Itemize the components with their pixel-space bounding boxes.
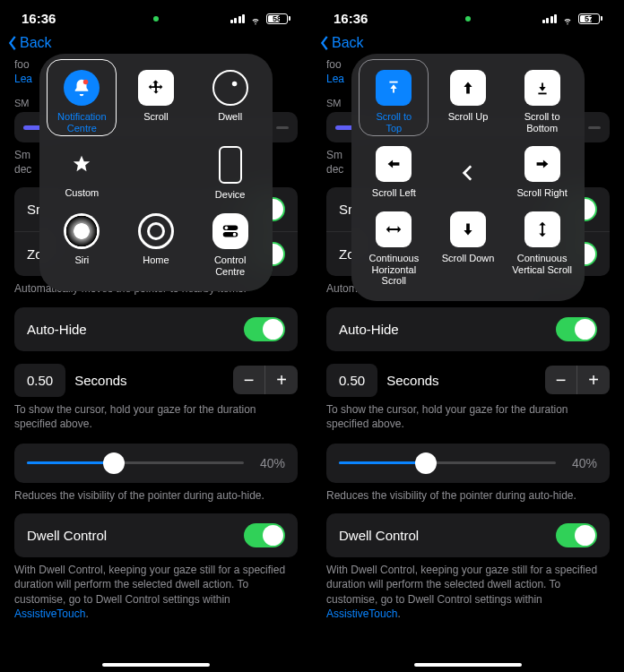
- custom-icon: [64, 146, 100, 182]
- assistivetouch-menu: NotificationCentre Scroll Dwell Custom: [39, 54, 273, 291]
- notification-centre-icon: [64, 70, 100, 106]
- stepper-minus-button[interactable]: −: [233, 366, 265, 394]
- back-label: Back: [332, 35, 364, 51]
- duration-desc: To show the cursor, hold your gaze for t…: [326, 402, 610, 431]
- continuous-horizontal-scroll-icon: [376, 211, 412, 247]
- dwell-desc: With Dwell Control, keeping your gaze st…: [14, 563, 298, 621]
- phone-left: 16:36 58 Back foo Lea SM Smdec Sn: [0, 0, 312, 672]
- dwell-toggle[interactable]: [244, 523, 285, 547]
- svg-point-3: [224, 226, 228, 229]
- menu-item-scroll-right[interactable]: Scroll Right: [507, 146, 577, 199]
- home-icon: [138, 213, 174, 249]
- menu-item-scroll-up[interactable]: Scroll Up: [433, 70, 504, 134]
- status-time: 16:36: [22, 11, 111, 26]
- siri-icon: [64, 213, 100, 249]
- device-icon: [219, 146, 242, 184]
- menu-item-home[interactable]: Home: [121, 213, 192, 277]
- assistivetouch-link[interactable]: AssistiveTouch: [14, 607, 85, 620]
- auto-hide-toggle[interactable]: [556, 317, 597, 341]
- menu-item-continuous-vertical-scroll[interactable]: ContinuousVertical Scroll: [507, 211, 577, 287]
- menu-item-scroll-left[interactable]: Scroll Left: [359, 146, 429, 199]
- menu-label: Scroll Down: [442, 253, 495, 264]
- scroll-down-icon: [450, 211, 486, 247]
- svg-point-1: [231, 82, 237, 87]
- dwell-desc: With Dwell Control, keeping your gaze st…: [326, 563, 610, 621]
- menu-item-scroll-down[interactable]: Scroll Down: [433, 211, 504, 287]
- auto-hide-row[interactable]: Auto-Hide: [326, 307, 610, 351]
- opacity-value: 40%: [567, 456, 597, 470]
- stepper-plus-button[interactable]: +: [577, 366, 610, 394]
- opacity-slider[interactable]: [27, 461, 244, 464]
- menu-label: Scroll Up: [448, 111, 489, 123]
- duration-value: 0.50: [14, 364, 65, 397]
- menu-item-device[interactable]: Device: [195, 146, 265, 201]
- stepper-plus-button[interactable]: +: [265, 366, 298, 394]
- menu-item-siri[interactable]: Siri: [47, 213, 117, 277]
- dwell-label: Dwell Control: [27, 528, 107, 543]
- menu-label: Scroll toTop: [376, 111, 412, 134]
- home-indicator[interactable]: [102, 663, 210, 667]
- dwell-icon: [212, 70, 248, 106]
- menu-item-control-centre[interactable]: ControlCentre: [195, 213, 265, 277]
- recording-indicator-icon: [465, 16, 471, 22]
- cellular-icon: [230, 14, 246, 23]
- menu-label: Siri: [74, 254, 89, 266]
- menu-item-dwell[interactable]: Dwell: [195, 70, 265, 134]
- wifi-icon: [560, 13, 575, 24]
- svg-rect-6: [390, 82, 398, 83]
- svg-point-5: [232, 233, 236, 237]
- menu-label: Dwell: [218, 111, 242, 123]
- stepper-minus-button[interactable]: −: [545, 366, 577, 394]
- menu-label: Scroll Left: [372, 187, 416, 199]
- opacity-slider-row: 40%: [326, 444, 610, 483]
- menu-label: Scroll toBottom: [524, 111, 560, 134]
- assistivetouch-link[interactable]: AssistiveTouch: [326, 607, 397, 620]
- menu-item-custom[interactable]: Custom: [47, 146, 117, 201]
- auto-hide-row[interactable]: Auto-Hide: [14, 307, 298, 351]
- slider-thumb[interactable]: [103, 452, 125, 474]
- menu-item-scroll-to-bottom[interactable]: Scroll toBottom: [507, 70, 577, 134]
- menu-back-button[interactable]: [433, 146, 504, 199]
- dwell-toggle[interactable]: [556, 523, 597, 547]
- duration-value: 0.50: [326, 364, 377, 397]
- menu-label: ContinuousHorizontal Scroll: [360, 253, 428, 287]
- slider-thumb[interactable]: [415, 452, 437, 474]
- continuous-vertical-scroll-icon: [524, 211, 560, 247]
- menu-item-scroll[interactable]: Scroll: [121, 70, 192, 134]
- scroll-left-icon: [376, 146, 412, 182]
- scroll-right-icon: [524, 146, 560, 182]
- menu-item-notification-centre[interactable]: NotificationCentre: [47, 70, 117, 134]
- opacity-desc: Reduces the visibility of the pointer du…: [14, 488, 298, 503]
- menu-item-scroll-to-top[interactable]: Scroll toTop: [359, 70, 429, 134]
- battery-icon: 57: [578, 13, 602, 24]
- menu-label: Home: [143, 254, 169, 266]
- menu-label: Scroll: [143, 111, 169, 123]
- dwell-control-row[interactable]: Dwell Control: [326, 513, 610, 557]
- back-button[interactable]: Back: [319, 35, 364, 51]
- auto-hide-label: Auto-Hide: [339, 322, 399, 337]
- opacity-slider[interactable]: [339, 461, 556, 464]
- scroll-to-top-icon: [376, 70, 412, 106]
- duration-desc: To show the cursor, hold your gaze for t…: [14, 402, 298, 431]
- nav-bar: Back: [312, 30, 624, 56]
- opacity-slider-row: 40%: [14, 444, 298, 483]
- menu-label: NotificationCentre: [57, 111, 106, 134]
- dwell-control-row[interactable]: Dwell Control: [14, 513, 298, 557]
- home-indicator[interactable]: [414, 663, 522, 667]
- phone-right: 16:36 57 Back foo Lea SM Smdec Sn: [312, 0, 624, 672]
- back-button[interactable]: Back: [7, 35, 52, 51]
- status-bar: 16:36 58: [0, 0, 312, 30]
- duration-unit: Seconds: [74, 373, 224, 388]
- duration-unit: Seconds: [386, 373, 536, 388]
- status-time: 16:36: [334, 11, 423, 26]
- status-bar: 16:36 57: [312, 0, 624, 30]
- svg-point-0: [83, 80, 89, 85]
- scroll-icon: [138, 70, 174, 106]
- auto-hide-toggle[interactable]: [244, 317, 285, 341]
- menu-item-continuous-horizontal-scroll[interactable]: ContinuousHorizontal Scroll: [359, 211, 429, 287]
- opacity-value: 40%: [255, 456, 285, 470]
- cellular-icon: [542, 14, 558, 23]
- duration-stepper: − +: [233, 366, 298, 394]
- auto-hide-label: Auto-Hide: [27, 322, 87, 337]
- menu-label: Device: [215, 189, 246, 201]
